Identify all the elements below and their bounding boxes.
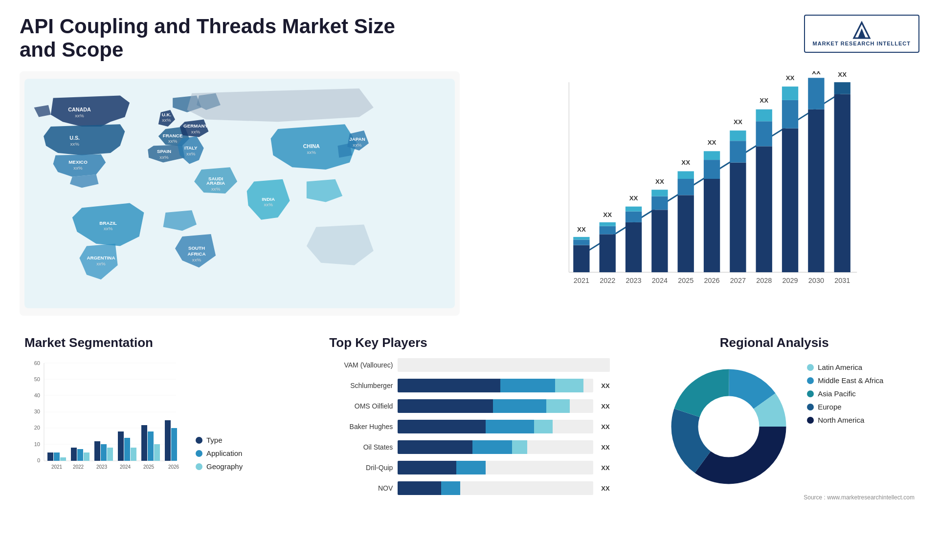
- svg-text:2025: 2025: [143, 464, 155, 470]
- svg-point-136: [700, 398, 757, 455]
- player-bar-nov: [398, 481, 593, 495]
- player-bar-vam: [398, 358, 609, 372]
- svg-text:BRAZIL: BRAZIL: [99, 220, 117, 226]
- svg-text:2022: 2022: [600, 277, 615, 284]
- svg-rect-125: [154, 444, 160, 461]
- middle-east-label: Middle East & Africa: [818, 376, 883, 385]
- donut-chart-svg: [665, 363, 792, 490]
- page-title: API Coupling and Threads Market Size and…: [20, 15, 411, 62]
- svg-rect-76: [808, 78, 824, 109]
- svg-text:2024: 2024: [120, 464, 131, 470]
- svg-rect-41: [573, 237, 589, 240]
- svg-text:JAPAN: JAPAN: [349, 136, 365, 142]
- svg-text:GERMANY: GERMANY: [183, 123, 208, 129]
- asia-pacific-dot: [807, 390, 814, 397]
- svg-text:xx%: xx%: [186, 151, 196, 156]
- svg-text:30: 30: [34, 409, 40, 414]
- player-name-oilstates: Oil States: [329, 443, 393, 451]
- svg-rect-120: [124, 438, 130, 461]
- svg-text:ITALY: ITALY: [184, 145, 198, 151]
- svg-rect-51: [651, 210, 668, 272]
- player-row-schlumberger: Schlumberger XX: [329, 379, 609, 392]
- svg-text:xx%: xx%: [75, 113, 84, 118]
- app-dot: [196, 450, 202, 457]
- logo: MARKET RESEARCH INTELLECT: [804, 15, 919, 53]
- svg-text:AFRICA: AFRICA: [188, 251, 206, 257]
- source-text: Source : www.marketresearchintellect.com: [634, 494, 915, 501]
- player-row-nov: NOV XX: [329, 481, 609, 495]
- svg-rect-119: [118, 431, 124, 461]
- svg-text:xx%: xx%: [307, 150, 316, 155]
- player-xx-oilstates: XX: [601, 444, 609, 451]
- world-map-svg: CANADA xx% U.S. xx% MEXICO xx% BRAZIL xx…: [24, 76, 455, 311]
- player-name-vam: VAM (Vallourec): [329, 361, 393, 369]
- key-players-section: Top Key Players VAM (Vallourec) Schlumbe…: [324, 330, 614, 507]
- player-name-schlumberger: Schlumberger: [329, 382, 393, 389]
- svg-rect-53: [651, 190, 668, 196]
- regional-section: Regional Analysis: [629, 330, 919, 507]
- svg-rect-47: [626, 222, 642, 272]
- svg-text:ARABIA: ARABIA: [206, 180, 225, 186]
- svg-rect-127: [165, 420, 171, 461]
- latin-america-dot: [807, 364, 814, 371]
- bottom-section: Market Segmentation 60 50 40 30 20 10: [20, 330, 919, 507]
- svg-rect-73: [782, 86, 798, 100]
- legend-asia-pacific: Asia Pacific: [807, 389, 883, 398]
- player-xx-oms: XX: [601, 403, 609, 410]
- svg-text:xx%: xx%: [353, 142, 362, 148]
- svg-text:2031: 2031: [834, 277, 850, 284]
- regional-title: Regional Analysis: [720, 335, 829, 350]
- svg-text:XX: XX: [734, 118, 742, 126]
- svg-text:XX: XX: [681, 159, 690, 166]
- svg-rect-67: [756, 146, 772, 272]
- svg-text:xx%: xx%: [211, 186, 221, 192]
- world-map-section: CANADA xx% U.S. xx% MEXICO xx% BRAZIL xx…: [20, 71, 460, 316]
- svg-rect-40: [573, 239, 589, 245]
- player-xx-schlumberger: XX: [601, 382, 609, 389]
- legend-geography: Geography: [196, 462, 243, 471]
- svg-text:XX: XX: [708, 139, 716, 146]
- svg-rect-117: [107, 448, 113, 461]
- player-name-nov: NOV: [329, 484, 393, 492]
- svg-text:xx%: xx%: [191, 129, 201, 134]
- europe-label: Europe: [818, 403, 841, 411]
- svg-text:XX: XX: [760, 97, 768, 104]
- legend-middle-east: Middle East & Africa: [807, 376, 883, 385]
- growth-chart-section: XX XX XX XX XX: [479, 71, 919, 316]
- svg-rect-72: [782, 100, 798, 129]
- player-bar-dril: [398, 461, 593, 474]
- bar-chart-svg: XX XX XX XX XX: [479, 71, 919, 316]
- svg-text:10: 10: [34, 441, 40, 447]
- svg-text:xx%: xx%: [70, 141, 79, 147]
- legend-type: Type: [196, 436, 243, 444]
- segmentation-section: Market Segmentation 60 50 40 30 20 10: [20, 330, 310, 507]
- latin-america-label: Latin America: [818, 363, 862, 371]
- player-row-dril: Dril-Quip XX: [329, 461, 609, 474]
- svg-rect-108: [54, 452, 60, 461]
- svg-rect-78: [834, 94, 850, 272]
- svg-rect-49: [626, 207, 642, 212]
- svg-rect-63: [730, 163, 746, 272]
- svg-text:2025: 2025: [678, 277, 693, 284]
- svg-text:xx%: xx%: [192, 257, 201, 262]
- player-xx-baker: XX: [601, 423, 609, 431]
- svg-text:2029: 2029: [782, 277, 798, 284]
- svg-rect-60: [704, 160, 720, 179]
- svg-rect-116: [101, 444, 107, 461]
- svg-rect-59: [704, 179, 720, 272]
- svg-text:2023: 2023: [626, 277, 641, 284]
- svg-rect-124: [148, 431, 154, 461]
- svg-text:2023: 2023: [96, 464, 108, 470]
- svg-rect-113: [84, 452, 89, 461]
- geo-label: Geography: [206, 462, 243, 471]
- player-bar-oms: [398, 399, 593, 413]
- svg-text:50: 50: [34, 376, 40, 382]
- svg-text:2028: 2028: [756, 277, 772, 284]
- player-row-vam: VAM (Vallourec): [329, 358, 609, 372]
- type-label: Type: [206, 436, 223, 444]
- svg-text:XX: XX: [812, 71, 821, 76]
- svg-text:CHINA: CHINA: [303, 143, 320, 149]
- svg-rect-61: [704, 151, 720, 160]
- regional-legend-list: Latin America Middle East & Africa Asia …: [807, 363, 883, 424]
- north-america-label: North America: [818, 416, 864, 424]
